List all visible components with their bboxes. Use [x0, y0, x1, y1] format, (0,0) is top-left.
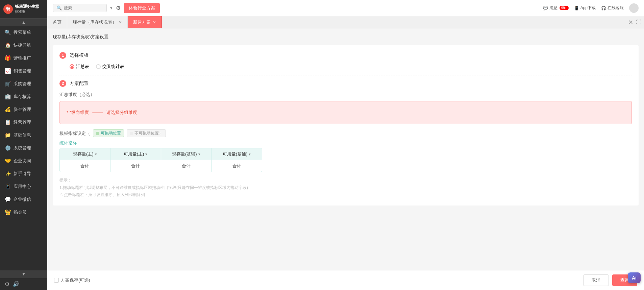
sidebar-item-membership[interactable]: 👑 畅会员 [0, 206, 47, 219]
sidebar-item-operations[interactable]: 📋 经营管理 [0, 116, 47, 129]
search-bar[interactable]: 🔍 [53, 4, 107, 12]
radio-summary-circle [70, 64, 74, 69]
stats-col-1-dropdown[interactable]: ▾ [95, 152, 97, 156]
cancel-button[interactable]: 取消 [583, 274, 609, 286]
sidebar-item-enterprise[interactable]: 🤝 企业协同 [0, 154, 47, 167]
gear-icon[interactable]: ⚙ [116, 5, 121, 11]
stats-col-4[interactable]: 可用量(基辅) ▾ [212, 148, 262, 160]
sidebar-item-label-system: 系统管理 [14, 145, 31, 151]
ai-badge-label: Ai [632, 275, 637, 281]
sidebar-bottom: ⚙ 🔊 [0, 278, 47, 290]
settings-icon[interactable]: ⚙ [5, 281, 9, 287]
messages-button[interactable]: 💬 消息 99+ [543, 5, 569, 11]
dimension-selector-box[interactable]: * *纵向维度 —— 请选择分组维度 [59, 101, 632, 124]
sidebar-item-label-inventory: 库存核算 [14, 94, 31, 100]
tab-inventory-status-close[interactable]: ✕ [119, 20, 122, 25]
page-title: 现存量(库存状况表)方案设置 [53, 34, 639, 40]
app-download-button[interactable]: 📱 App下载 [574, 5, 596, 11]
step2-badge: 2 [59, 80, 66, 87]
sidebar-item-basic[interactable]: 📁 基础信息 [0, 129, 47, 142]
save-checkbox[interactable] [54, 278, 59, 283]
step2-header: 2 方案配置 [59, 80, 632, 87]
sidebar: 畅 畅康通好生意 标准版 ▲ 🔍 搜索菜单 🏠 快捷导航 🎁 营销推广 📈 销售… [0, 0, 47, 290]
tip-2: 2. 点击标题栏下拉可设置排序、插入列和删除列 [59, 192, 632, 198]
template-radio-group: 汇总表 交叉统计表 [70, 64, 632, 70]
system-icon: ⚙️ [5, 145, 11, 151]
sidebar-item-system[interactable]: ⚙️ 系统管理 [0, 142, 47, 154]
sidebar-item-marketing[interactable]: 🎁 营销推广 [0, 52, 47, 65]
search-bar-icon: 🔍 [56, 5, 62, 10]
radio-summary[interactable]: 汇总表 [70, 64, 89, 70]
stats-table: 现存量(主) ▾ 可用量(主) ▾ 现存量(基辅) ▾ 可用量(基辅) ▾ [59, 148, 262, 172]
tab-new-scheme[interactable]: 新建方案 ✕ [128, 16, 162, 28]
dimension-required-marker: * [67, 110, 68, 115]
draggable-badge: 可拖动位置 [93, 129, 124, 137]
dropdown-arrow-icon[interactable]: ▾ [110, 5, 113, 10]
sidebar-item-wechat[interactable]: 💬 企业微信 [0, 193, 47, 206]
sidebar-item-quicknav[interactable]: 🏠 快捷导航 [0, 39, 47, 52]
sidebar-item-search[interactable]: 🔍 搜索菜单 [0, 26, 47, 39]
search-input[interactable] [64, 6, 98, 10]
online-service-label: 在线客服 [608, 5, 624, 11]
tab-home[interactable]: 首页 [47, 16, 67, 28]
gift-icon: 🎁 [5, 55, 11, 61]
divider-1 [59, 75, 632, 75]
radio-summary-label: 汇总表 [76, 64, 89, 70]
sidebar-item-inventory[interactable]: 🏢 库存核算 [0, 90, 47, 103]
sidebar-item-purchase[interactable]: 🛒 采购管理 [0, 77, 47, 90]
stats-table-row-1: 合计 合计 合计 合计 [60, 160, 262, 172]
sidebar-item-label-basic: 基础信息 [14, 132, 31, 138]
radio-cross[interactable]: 交叉统计表 [96, 64, 124, 70]
radio-cross-circle [96, 64, 101, 69]
user-avatar[interactable] [629, 3, 639, 13]
app-version: 标准版 [15, 9, 39, 14]
summary-dimension-label: 汇总维度（必选） [59, 92, 632, 98]
stats-col-2-dropdown[interactable]: ▾ [145, 152, 147, 156]
step1-header: 1 选择模板 [59, 52, 632, 59]
sidebar-item-newguide[interactable]: ✨ 新手引导 [0, 167, 47, 180]
appcenter-icon: 📱 [5, 184, 11, 190]
expand-panel-icon[interactable]: ⛶ [636, 19, 641, 25]
dimension-row-label: *纵向维度 [70, 110, 89, 116]
tab-home-label: 首页 [53, 19, 61, 25]
close-panel-icon[interactable]: ✕ [628, 19, 633, 26]
tab-inventory-status[interactable]: 现存量（库存状况表） ✕ [67, 16, 128, 28]
tab-new-scheme-close[interactable]: ✕ [153, 20, 156, 25]
speaker-icon[interactable]: 🔊 [13, 281, 20, 287]
sidebar-item-sales[interactable]: 📈 销售管理 [0, 65, 47, 77]
stats-col-3[interactable]: 现存量(基辅) ▾ [161, 148, 212, 160]
dimension-placeholder: 请选择分组维度 [106, 110, 137, 116]
topbar: 🔍 ▾ ⚙ 体验行业方案 💬 消息 99+ 📱 App下载 🎧 在线客服 [47, 0, 644, 16]
stats-col-1[interactable]: 现存量(主) ▾ [60, 148, 110, 160]
stats-col-4-dropdown[interactable]: ▾ [249, 152, 251, 156]
sidebar-item-appcenter[interactable]: 📱 应用中心 [0, 180, 47, 193]
config-section: 1 选择模板 汇总表 交叉统计表 2 方案配置 汇总维度（必选） [53, 45, 639, 206]
indicator-label: 模板指标设定（ 可拖动位置 不可拖动位置） [59, 129, 632, 137]
topbar-right: 💬 消息 99+ 📱 App下载 🎧 在线客服 [543, 3, 639, 13]
stats-col-1-label: 现存量(主) [73, 151, 94, 157]
content-area: 现存量(库存状况表)方案设置 1 选择模板 汇总表 交叉统计表 2 [47, 28, 644, 270]
stats-cell-1-3: 合计 [161, 160, 212, 172]
sidebar-item-label-operations: 经营管理 [14, 119, 31, 125]
step1-badge: 1 [59, 52, 66, 59]
online-service-button[interactable]: 🎧 在线客服 [601, 5, 624, 11]
trial-button[interactable]: 体验行业方案 [124, 3, 160, 13]
sidebar-item-label-sales: 销售管理 [14, 68, 31, 74]
headset-icon: 🎧 [601, 6, 606, 10]
sidebar-scroll-down[interactable]: ▼ [0, 270, 47, 278]
stats-cell-1-1: 合计 [60, 160, 110, 172]
stats-col-2[interactable]: 可用量(主) ▾ [110, 148, 161, 160]
stats-col-4-label: 可用量(基辅) [223, 151, 248, 157]
stats-cell-1-2: 合计 [110, 160, 161, 172]
sidebar-item-label-search: 搜索菜单 [14, 29, 31, 35]
dimension-arrow: —— [92, 110, 103, 116]
finance-icon: 💰 [5, 106, 11, 113]
step1-title: 选择模板 [70, 52, 89, 58]
ai-badge[interactable]: Ai [628, 272, 641, 283]
home-icon: 🏠 [5, 42, 11, 48]
sidebar-scroll-up[interactable]: ▲ [0, 19, 47, 26]
save-checkbox-row: 方案保存(可选) [54, 277, 90, 283]
sidebar-item-finance[interactable]: 💰 资金管理 [0, 103, 47, 116]
membership-icon: 👑 [5, 209, 11, 215]
stats-col-3-dropdown[interactable]: ▾ [198, 152, 200, 156]
